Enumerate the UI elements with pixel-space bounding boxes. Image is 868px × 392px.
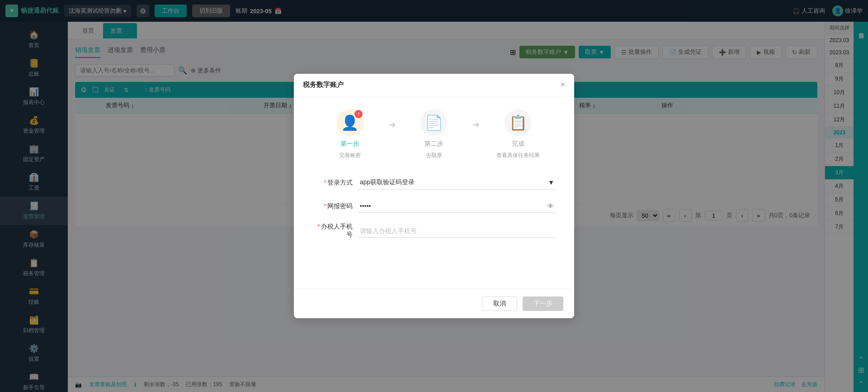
step-3-check-icon: 📋 bbox=[509, 114, 527, 131]
password-label: *网报密码 bbox=[312, 202, 353, 210]
step-1-label: 第一步 bbox=[340, 140, 359, 148]
modal-tax-digital: 税务数字账户 × 👤 ! 第一步 完善账密 ➔ bbox=[294, 74, 574, 318]
step-2-icon-wrap: 📄 bbox=[420, 109, 448, 136]
modal-title: 税务数字账户 bbox=[303, 81, 344, 89]
step-2-doc-icon: 📄 bbox=[425, 114, 443, 131]
step-3-icon-wrap: 📋 bbox=[505, 109, 532, 136]
arrow-2: ➔ bbox=[472, 119, 480, 130]
login-method-label: *登录方式 bbox=[312, 179, 353, 187]
form-field-password: *网报密码 👁 bbox=[312, 200, 556, 213]
password-input-wrap: 👁 bbox=[358, 200, 556, 213]
login-method-value: app获取验证码登录 bbox=[360, 178, 415, 186]
login-method-input-wrap: app获取验证码登录 ▼ bbox=[358, 176, 556, 190]
next-button[interactable]: 下一步 bbox=[523, 296, 563, 311]
step-1-desc: 完善账密 bbox=[339, 152, 361, 159]
form-spacer bbox=[312, 249, 556, 276]
step-2: 📄 第二步 去取票 bbox=[396, 109, 472, 159]
login-method-dropdown-icon: ▼ bbox=[548, 179, 554, 186]
modal-overlay: 税务数字账户 × 👤 ! 第一步 完善账密 ➔ bbox=[0, 0, 868, 392]
form-field-phone: *办税人手机号 bbox=[312, 223, 556, 239]
password-input[interactable] bbox=[358, 200, 556, 213]
modal-header: 税务数字账户 × bbox=[294, 74, 574, 96]
modal-close-btn[interactable]: × bbox=[560, 80, 565, 90]
modal-body: 👤 ! 第一步 完善账密 ➔ 📄 第二步 去取票 ➔ bbox=[294, 96, 574, 289]
step-3-label: 完成 bbox=[512, 140, 524, 148]
step-3: 📋 完成 查看具体任务结果 bbox=[480, 109, 556, 159]
phone-input[interactable] bbox=[358, 225, 556, 238]
step-1-error-badge: ! bbox=[354, 110, 363, 118]
form-field-login-method: *登录方式 app获取验证码登录 ▼ bbox=[312, 176, 556, 190]
step-3-desc: 查看具体任务结果 bbox=[496, 152, 540, 159]
phone-label: *办税人手机号 bbox=[312, 223, 353, 239]
step-2-label: 第二步 bbox=[425, 140, 443, 148]
step-1: 👤 ! 第一步 完善账密 bbox=[312, 109, 388, 159]
step-1-icon-wrap: 👤 ! bbox=[336, 109, 363, 136]
password-eye-icon[interactable]: 👁 bbox=[547, 202, 554, 210]
phone-input-wrap bbox=[358, 225, 556, 238]
login-method-select[interactable]: app获取验证码登录 ▼ bbox=[358, 176, 556, 190]
steps-indicator: 👤 ! 第一步 完善账密 ➔ 📄 第二步 去取票 ➔ bbox=[312, 109, 556, 159]
cancel-button[interactable]: 取消 bbox=[482, 296, 517, 311]
arrow-1: ➔ bbox=[388, 119, 396, 130]
modal-footer: 取消 下一步 bbox=[294, 289, 574, 318]
step-2-desc: 去取票 bbox=[426, 152, 442, 159]
